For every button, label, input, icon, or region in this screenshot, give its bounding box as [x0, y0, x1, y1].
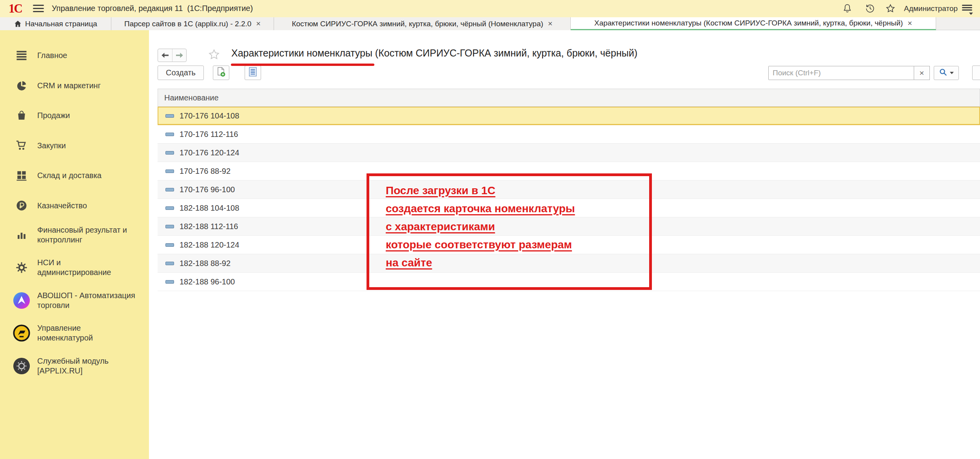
- row-label: 182-188 120-124: [180, 240, 239, 250]
- service-module-logo: [13, 357, 31, 375]
- tab-label: Начальная страница: [25, 20, 97, 28]
- back-button[interactable]: [158, 49, 172, 62]
- notifications-bell-icon[interactable]: [842, 3, 853, 14]
- row-label: 170-176 120-124: [180, 148, 239, 157]
- sidebar-item-8[interactable]: АВОШОП - Автоматизация торговли: [0, 290, 149, 311]
- create-button[interactable]: Создать: [158, 66, 204, 80]
- column-header-name: Наименование: [164, 93, 219, 102]
- close-icon[interactable]: ×: [548, 19, 553, 28]
- sidebar: ГлавноеCRM и маркетингПродажиЗакупкиСкла…: [0, 30, 149, 459]
- more-button[interactable]: [972, 66, 980, 80]
- sidebar-item-label: НСИ и администрирование: [37, 258, 139, 277]
- table-rows: 170-176 104-108170-176 112-116170-176 12…: [158, 107, 980, 291]
- sidebar-item-label: Закупки: [37, 141, 139, 151]
- table-row[interactable]: 182-188 120-124: [158, 236, 980, 254]
- characteristic-icon: [165, 151, 174, 155]
- search-input[interactable]: [768, 66, 914, 80]
- bar-chart-icon: [13, 230, 31, 240]
- list-settings-icon: [249, 67, 257, 79]
- menu-icon[interactable]: [33, 5, 44, 13]
- close-icon[interactable]: ×: [256, 19, 261, 28]
- favorites-star-icon[interactable]: [885, 3, 896, 14]
- table-row[interactable]: 170-176 112-116: [158, 125, 980, 144]
- characteristic-icon: [165, 243, 174, 247]
- tab-bar: Начальная страницаПарсер сайтов в 1С (ap…: [0, 17, 980, 30]
- sections-menu-icon: [13, 50, 31, 61]
- sidebar-item-label: АВОШОП - Автоматизация торговли: [37, 291, 139, 310]
- tab-label: Парсер сайтов в 1С (applix.ru) - 2.2.0: [124, 20, 251, 28]
- sidebar-item-9[interactable]: Управление номенклатурой: [0, 322, 149, 344]
- close-icon[interactable]: ×: [907, 19, 912, 28]
- table-row[interactable]: 182-188 104-108: [158, 199, 980, 217]
- app-root: 1С Управление торговлей, редакция 11 (1С…: [0, 0, 980, 459]
- sidebar-item-7[interactable]: НСИ и администрирование: [0, 257, 149, 279]
- characteristic-icon: [165, 133, 174, 136]
- sidebar-item-0[interactable]: Главное: [0, 44, 149, 66]
- red-marker-underline: [231, 64, 374, 66]
- sidebar-item-label: CRM и маркетинг: [37, 81, 139, 91]
- shopping-cart-icon: [13, 140, 31, 151]
- tab-label: Характеристики номенклатуры (Костюм СИРИ…: [594, 19, 903, 27]
- table-row[interactable]: 170-176 120-124: [158, 144, 980, 162]
- nomenclature-logo: [13, 324, 31, 342]
- tab-1[interactable]: Парсер сайтов в 1С (applix.ru) - 2.2.0×: [111, 17, 274, 30]
- sidebar-item-label: Казначейство: [37, 201, 139, 211]
- warehouse-boxes-icon: [13, 169, 31, 181]
- gear-icon: [13, 262, 31, 273]
- top-bar: 1С Управление торговлей, редакция 11 (1С…: [0, 0, 980, 17]
- sidebar-item-4[interactable]: Склад и доставка: [0, 164, 149, 186]
- favorite-star-icon[interactable]: [208, 48, 220, 62]
- table-row[interactable]: 170-176 96-100: [158, 180, 980, 199]
- row-label: 170-176 112-116: [180, 130, 238, 139]
- tab-3[interactable]: Характеристики номенклатуры (Костюм СИРИ…: [571, 17, 936, 30]
- tab-label: Костюм СИРИУС-ГОРКА зимний, куртка, брюк…: [292, 20, 543, 28]
- sidebar-item-5[interactable]: Казначейство: [0, 195, 149, 217]
- sidebar-item-label: Служебный модуль [APPLIX.RU]: [37, 356, 139, 376]
- shopping-bag-icon: [13, 109, 31, 121]
- table-row[interactable]: 170-176 88-92: [158, 162, 980, 180]
- characteristic-icon: [165, 206, 174, 210]
- sidebar-item-10[interactable]: Служебный модуль [APPLIX.RU]: [0, 355, 149, 377]
- table-header: Наименование: [158, 89, 980, 107]
- page-title: Характеристики номенклатуры (Костюм СИРИ…: [231, 47, 637, 59]
- sidebar-item-3[interactable]: Закупки: [0, 135, 149, 157]
- characteristic-icon: [165, 225, 174, 228]
- forward-button[interactable]: [172, 49, 186, 62]
- search-button[interactable]: [934, 66, 959, 80]
- characteristic-icon: [165, 188, 174, 191]
- sidebar-item-6[interactable]: Финансовый результат и контроллинг: [0, 224, 149, 246]
- sidebar-item-label: Продажи: [37, 111, 139, 120]
- characteristic-icon: [165, 114, 174, 118]
- row-label: 170-176 96-100: [180, 185, 235, 194]
- history-clock-icon[interactable]: [865, 3, 876, 14]
- row-label: 170-176 88-92: [180, 167, 230, 176]
- search-magnifier-icon: [939, 68, 947, 78]
- list-settings-button[interactable]: [245, 66, 261, 80]
- row-label: 182-188 104-108: [180, 204, 239, 213]
- table-row[interactable]: 182-188 112-116: [158, 217, 980, 236]
- sidebar-item-label: Склад и доставка: [37, 171, 139, 180]
- table-row[interactable]: 182-188 96-100: [158, 273, 980, 291]
- nav-buttons: [158, 49, 187, 62]
- clear-search-button[interactable]: ×: [914, 66, 930, 80]
- table-row[interactable]: 182-188 88-92: [158, 254, 980, 273]
- user-menu-icon[interactable]: [962, 5, 972, 13]
- pie-chart-icon: [13, 80, 31, 91]
- table-row[interactable]: 170-176 104-108: [158, 107, 980, 125]
- tab-2[interactable]: Костюм СИРИУС-ГОРКА зимний, куртка, брюк…: [274, 17, 571, 30]
- main-area: Характеристики номенклатуры (Костюм СИРИ…: [149, 30, 980, 459]
- ruble-coin-icon: [13, 200, 31, 211]
- row-label: 182-188 112-116: [180, 222, 238, 231]
- sidebar-item-1[interactable]: CRM и маркетинг: [0, 75, 149, 97]
- user-name[interactable]: Администратор: [904, 4, 958, 13]
- sidebar-item-2[interactable]: Продажи: [0, 104, 149, 126]
- page-title-suffix: (Костюм СИРИУС-ГОРКА зимний, куртка, брю…: [372, 47, 637, 58]
- chevron-down-icon: [950, 72, 954, 74]
- sidebar-item-label: Главное: [37, 51, 139, 60]
- search-area: ×: [768, 66, 930, 80]
- new-group-button[interactable]: [213, 66, 229, 80]
- characteristic-icon: [165, 280, 174, 284]
- 1c-logo: 1С: [9, 2, 22, 16]
- tab-0[interactable]: Начальная страница: [0, 17, 111, 30]
- row-label: 170-176 104-108: [180, 111, 239, 120]
